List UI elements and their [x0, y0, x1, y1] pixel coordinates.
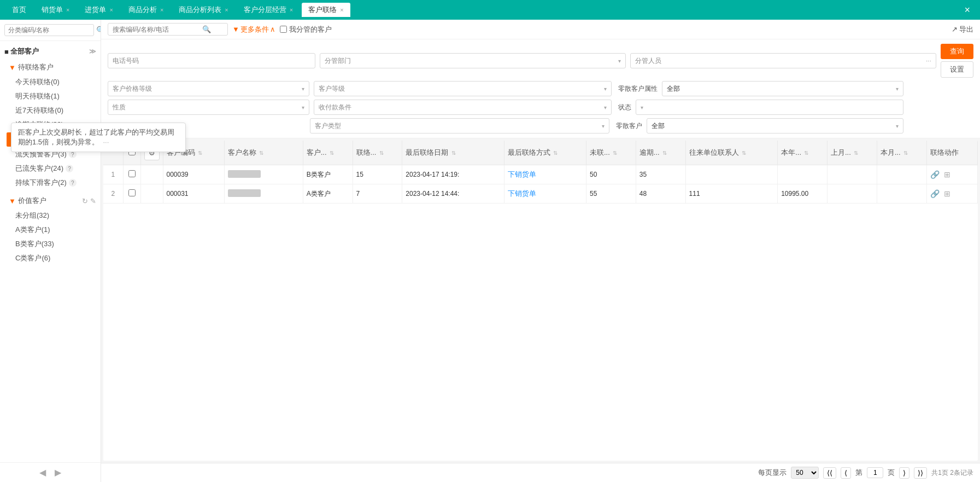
gender-field[interactable]: 性质 ▾ — [108, 100, 309, 115]
per-page-select[interactable]: 50 100 200 — [791, 467, 819, 479]
status-field[interactable]: ▾ — [636, 100, 904, 115]
row1-last-method-link[interactable]: 下销货单 — [508, 170, 536, 178]
sidebar-a-class[interactable]: A类客户(1) — [4, 223, 101, 237]
customer-type-field[interactable]: 客户类型 ▾ — [310, 118, 609, 133]
zero-attr-field[interactable]: 全部 ▾ — [662, 81, 904, 96]
customer-level-field[interactable]: 客户等级 ▾ — [314, 81, 612, 96]
query-button[interactable]: 查询 — [941, 44, 973, 59]
unit-contact-sort-icon[interactable]: ⇅ — [742, 150, 746, 156]
pagination-bar: 每页显示 50 100 200 ⟨⟨ ⟨ 第 页 ⟩ ⟩⟩ 共1页 2条记录 — [101, 463, 980, 482]
row1-contact: 15 — [353, 165, 402, 184]
sidebar-left-arrow[interactable]: ◀ — [37, 465, 48, 480]
phone-field[interactable]: 电话号码 — [108, 53, 315, 68]
sidebar-pending-group[interactable]: ▼ 待联络客户 — [4, 60, 101, 75]
search-input[interactable] — [113, 26, 200, 33]
sidebar-today-pending[interactable]: 今天待联络(0) — [4, 75, 101, 89]
no-contact-sort-icon[interactable]: ⇅ — [613, 150, 617, 156]
col-name: 客户名称 ⇅ — [225, 141, 303, 165]
content-area: 🔍 ▼ 更多条件 ∧ 我分管的客户 ↗ 导出 电话号码 — [101, 20, 980, 482]
sidebar-right-arrow[interactable]: ▶ — [52, 465, 63, 480]
zero-customer-field[interactable]: 全部 ▾ — [647, 118, 903, 133]
table-row: 2 000031 A类客户 7 2023-04-12 14:44: 下销货单 — [103, 184, 978, 204]
code-sort-icon[interactable]: ⇅ — [198, 150, 202, 156]
overdue-sort-icon[interactable]: ⇅ — [662, 150, 667, 156]
export-btn[interactable]: ↗ 导出 — [952, 25, 973, 34]
nav-purchase-order[interactable]: 进货单 × — [78, 3, 119, 17]
price-level-dropdown-icon: ▾ — [302, 86, 304, 92]
last-month-sort-icon[interactable]: ⇅ — [854, 150, 858, 156]
dept-field[interactable]: 分管部门 ▾ — [320, 53, 626, 68]
page-input[interactable] — [867, 467, 883, 478]
last-method-sort-icon[interactable]: ⇅ — [553, 150, 558, 156]
nav-customer-tier-close[interactable]: × — [290, 7, 293, 13]
nav-customer-contact[interactable]: 客户联络 × — [302, 3, 350, 17]
nav-customer-contact-close[interactable]: × — [340, 7, 343, 13]
row2-grid-icon[interactable]: ⊞ — [944, 189, 950, 198]
person-field[interactable]: 分管人员 ··· — [630, 53, 936, 68]
nav-product-analysis-list[interactable]: 商品分析列表 × — [172, 3, 234, 17]
customer-level-dropdown-icon: ▾ — [604, 86, 607, 92]
more-conditions-btn[interactable]: ▼ 更多条件 ∧ — [232, 25, 275, 34]
row1-checkbox — [123, 165, 140, 184]
name-sort-icon[interactable]: ⇅ — [259, 150, 263, 156]
contact-sort-icon[interactable]: ⇅ — [379, 150, 384, 156]
nav-sales-order-close[interactable]: × — [66, 7, 69, 13]
sidebar-collapse-icon[interactable]: ≫ — [89, 48, 96, 55]
type-sort-icon[interactable]: ⇅ — [330, 150, 334, 156]
sidebar-edit-pencil-icon[interactable]: ✎ — [90, 197, 96, 205]
main-layout: 🔍 ■ 全部客户 ≫ ▼ 待联络客户 今天待联络(0) 明天待联络(1) — [0, 20, 980, 482]
row1-last-method: 下销货单 — [504, 165, 586, 184]
sidebar-all-customers[interactable]: ■ 全部客户 ≫ — [0, 43, 101, 60]
last-date-sort-icon[interactable]: ⇅ — [451, 150, 456, 156]
row2-no-contact: 55 — [586, 184, 636, 204]
filter-actions: 查询 设置 — [941, 44, 973, 78]
prev-page-btn[interactable]: ⟨ — [841, 467, 851, 479]
sidebar-search-icon[interactable]: 🔍 — [96, 26, 101, 34]
sidebar-declining[interactable]: 持续下滑客户(2) ? — [4, 176, 101, 190]
row2-this-year: 10995.00 — [778, 184, 828, 204]
sidebar-c-class[interactable]: C类客户(6) — [4, 251, 101, 265]
next-page-btn[interactable]: ⟩ — [899, 467, 909, 479]
sidebar-tomorrow-pending[interactable]: 明天待联络(1) — [4, 89, 101, 103]
export-icon: ↗ — [952, 25, 958, 33]
payment-dropdown-icon: ▾ — [604, 104, 607, 111]
my-customers-checkbox[interactable] — [280, 26, 287, 33]
sidebar-value-group[interactable]: ▼ 价值客户 ↻ ✎ — [4, 193, 101, 208]
settings-button[interactable]: 设置 — [941, 61, 973, 78]
row2-link-icon[interactable]: 🔗 — [930, 189, 940, 198]
row1-grid-icon[interactable]: ⊞ — [944, 170, 950, 179]
payment-field[interactable]: 收付款条件 ▾ — [314, 100, 612, 115]
sidebar-b-class[interactable]: B类客户(33) — [4, 237, 101, 251]
my-customers-checkbox-wrap: 我分管的客户 — [280, 25, 332, 34]
tooltip-more[interactable]: ··· — [103, 138, 109, 146]
nav-purchase-order-close[interactable]: × — [109, 7, 113, 13]
sidebar-ungrouped[interactable]: 未分组(32) — [4, 208, 101, 223]
nav-customer-tier[interactable]: 客户分层经营 × — [237, 3, 300, 17]
sidebar-edit-refresh-icon[interactable]: ↻ — [82, 197, 88, 205]
col-no-contact: 未联... ⇅ — [586, 141, 636, 165]
last-page-btn[interactable]: ⟩⟩ — [914, 467, 927, 479]
sidebar: 🔍 ■ 全部客户 ≫ ▼ 待联络客户 今天待联络(0) 明天待联络(1) — [0, 20, 101, 482]
customer-type-dropdown-icon: ▾ — [602, 123, 605, 129]
row2-select[interactable] — [128, 189, 136, 196]
row1-link-icon[interactable]: 🔗 — [930, 170, 940, 179]
nav-product-analysis-close[interactable]: × — [160, 7, 163, 13]
this-year-sort-icon[interactable]: ⇅ — [804, 150, 808, 156]
search-icon[interactable]: 🔍 — [202, 25, 211, 33]
nav-product-analysis[interactable]: 商品分析 × — [122, 3, 170, 17]
row2-code: 000031 — [163, 184, 225, 204]
row1-select[interactable] — [128, 170, 136, 177]
nav-sales-order[interactable]: 销货单 × — [35, 3, 76, 17]
first-page-btn[interactable]: ⟨⟨ — [823, 467, 836, 479]
row2-last-method-link[interactable]: 下销货单 — [508, 189, 536, 198]
col-this-year: 本年... ⇅ — [778, 141, 828, 165]
sidebar-search-input[interactable] — [4, 24, 94, 36]
nav-home[interactable]: 首页 — [5, 3, 33, 17]
nav-product-analysis-list-close[interactable]: × — [225, 7, 228, 13]
this-month-sort-icon[interactable]: ⇅ — [903, 150, 908, 156]
price-level-field[interactable]: 客户价格等级 ▾ — [108, 81, 309, 96]
row2-gear — [140, 184, 163, 204]
window-close-btn[interactable]: × — [960, 4, 975, 16]
sidebar-churned[interactable]: 已流失客户(24) ? — [4, 161, 101, 176]
sidebar-7day-pending[interactable]: 近7天待联络(0) — [4, 103, 101, 118]
